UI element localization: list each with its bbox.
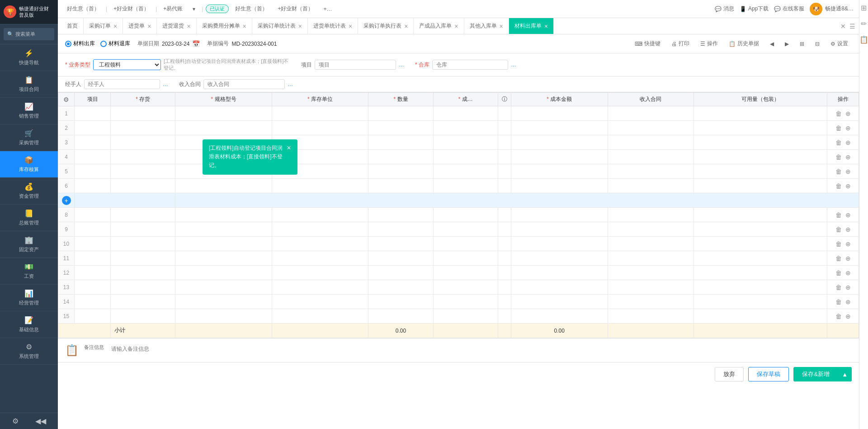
- tab-home[interactable]: 首页: [61, 18, 84, 34]
- save-draft-button[interactable]: 保存草稿: [748, 367, 789, 381]
- sidebar-item-system[interactable]: ⚙ 系统管理: [0, 338, 58, 365]
- copy-row-button[interactable]: ⊕: [844, 254, 852, 263]
- discard-button[interactable]: 放弃: [715, 367, 744, 381]
- row-2-project[interactable]: [75, 121, 111, 135]
- column-settings-button[interactable]: ⚙: [63, 96, 69, 103]
- operations-button[interactable]: ☰ 操作: [697, 38, 722, 49]
- row-1-qty[interactable]: [368, 106, 433, 121]
- row-1-project[interactable]: [75, 106, 111, 121]
- settings-button[interactable]: ⚙ 设置: [827, 38, 852, 49]
- row-1-cost-amount[interactable]: [511, 106, 608, 121]
- delete-row-button[interactable]: 🗑: [835, 268, 843, 277]
- delete-row-button[interactable]: 🗑: [835, 138, 843, 147]
- close-all-button[interactable]: ✕: [840, 23, 846, 30]
- copy-row-1-button[interactable]: ⊕: [844, 109, 852, 118]
- online-support-button[interactable]: 💬 在线客服: [774, 5, 804, 13]
- search-menu-button[interactable]: 🔍 搜索菜单: [4, 28, 54, 40]
- user-menu[interactable]: 🐶 畅捷通8&…: [810, 3, 854, 15]
- row-1-inventory[interactable]: [111, 106, 175, 121]
- copy-row-2-button[interactable]: ⊕: [844, 124, 852, 133]
- copy-row-button[interactable]: ⊕: [844, 181, 852, 191]
- sidebar-item-inventory[interactable]: 📦 库存核算: [0, 151, 58, 178]
- tab-menu-button[interactable]: ☰: [849, 23, 855, 30]
- sidebar-item-sales[interactable]: 📈 销售管理: [0, 98, 58, 124]
- row-2-unit[interactable]: [272, 121, 368, 135]
- save-new-button[interactable]: 保存&新增: [793, 367, 838, 381]
- copy-row-button[interactable]: ⊕: [844, 153, 852, 162]
- tab-close-purchase-stats[interactable]: ×: [298, 23, 302, 30]
- handler-input[interactable]: [84, 79, 160, 89]
- income-contract-more-icon[interactable]: …: [288, 81, 293, 87]
- print-button[interactable]: 🖨 打印: [668, 38, 693, 49]
- copy-row-button[interactable]: ⊕: [844, 268, 852, 277]
- row-2-cost[interactable]: [433, 121, 498, 135]
- business-type-select[interactable]: 工程领料 直接领料: [93, 59, 161, 70]
- delete-row-button[interactable]: 🗑: [835, 210, 843, 219]
- topbar-nav-goodbiz2[interactable]: 好生意（首）: [231, 3, 271, 14]
- grid-view-2-button[interactable]: ⊟: [811, 38, 823, 49]
- tab-other-in[interactable]: 其他入库单 ×: [464, 18, 509, 34]
- delete-row-button[interactable]: 🗑: [835, 254, 843, 263]
- tab-close-material-out[interactable]: ×: [544, 23, 548, 30]
- history-records-button[interactable]: 📋 历史单据: [725, 38, 763, 49]
- delete-row-button[interactable]: 🗑: [835, 153, 843, 162]
- copy-row-button[interactable]: ⊕: [844, 283, 852, 292]
- save-new-arrow-button[interactable]: ▲: [838, 367, 852, 381]
- handler-more-icon[interactable]: …: [163, 81, 168, 87]
- calendar-icon[interactable]: 📅: [192, 40, 200, 48]
- tab-close-purchase-expense[interactable]: ×: [243, 23, 246, 30]
- tab-close-goods-stats[interactable]: ×: [349, 23, 352, 30]
- topbar-nav-good-wealth[interactable]: +好业财（首）: [110, 3, 153, 14]
- tab-purchase-order[interactable]: 采购订单 ×: [84, 18, 123, 34]
- sidebar-item-ledger[interactable]: 📒 总账管理: [0, 205, 58, 231]
- tab-close-goods-return[interactable]: ×: [187, 23, 190, 30]
- row-2-qty[interactable]: [368, 121, 433, 135]
- radio-material-out[interactable]: 材料出库: [65, 40, 95, 48]
- add-row-button[interactable]: +: [62, 196, 71, 205]
- delete-row-button[interactable]: 🗑: [835, 312, 843, 321]
- grid-view-1-button[interactable]: ⊞: [796, 38, 808, 49]
- sidebar-settings-button[interactable]: ⚙: [12, 417, 19, 425]
- delete-row-button[interactable]: 🗑: [835, 225, 843, 234]
- tab-close-purchase-order[interactable]: ×: [113, 23, 117, 30]
- delete-row-button[interactable]: 🗑: [835, 181, 843, 191]
- prev-record-button[interactable]: ◀: [766, 38, 778, 49]
- delete-row-button[interactable]: 🗑: [835, 167, 843, 176]
- tab-product-in[interactable]: 产成品入库单 ×: [414, 18, 464, 34]
- warehouse-more-icon[interactable]: …: [511, 62, 516, 68]
- copy-row-button[interactable]: ⊕: [844, 239, 852, 248]
- sidebar-item-finance[interactable]: 💰 资金管理: [0, 178, 58, 205]
- row-2-cost-amount[interactable]: [511, 121, 608, 135]
- sidebar-search[interactable]: 🔍 搜索菜单: [0, 24, 58, 44]
- sidebar-item-basic[interactable]: 📝 基础信息: [0, 311, 58, 338]
- income-contract-input[interactable]: [203, 79, 285, 89]
- topbar-nav-more[interactable]: ▾: [189, 4, 199, 14]
- right-panel-btn-1[interactable]: ⊞: [859, 2, 868, 14]
- sidebar-item-project[interactable]: 📋 项目合同: [0, 71, 58, 98]
- right-panel-btn-2[interactable]: ✏: [859, 18, 868, 30]
- topbar-nav-good-biz[interactable]: 好生意（首）: [63, 3, 103, 14]
- tab-purchase-expense[interactable]: 采购费用分摊单 ×: [197, 18, 252, 34]
- radio-material-return[interactable]: 材料退库: [100, 40, 130, 48]
- app-download-button[interactable]: 📱 App下载: [740, 5, 769, 13]
- tab-close-product-in[interactable]: ×: [454, 23, 458, 30]
- sidebar-item-purchase[interactable]: 🛒 采购管理: [0, 124, 58, 151]
- delete-row-button[interactable]: 🗑: [835, 297, 843, 306]
- delete-row-2-button[interactable]: 🗑: [835, 124, 843, 133]
- tab-order-execution[interactable]: 采购订单执行表 ×: [358, 18, 414, 34]
- project-more-icon[interactable]: …: [399, 62, 404, 68]
- topbar-nav-more2[interactable]: +…: [320, 4, 335, 14]
- row-2-income-contract[interactable]: [608, 121, 693, 135]
- tab-close-order-execution[interactable]: ×: [404, 23, 408, 30]
- project-input[interactable]: [315, 60, 396, 70]
- delete-row-button[interactable]: 🗑: [835, 239, 843, 248]
- copy-row-button[interactable]: ⊕: [844, 312, 852, 321]
- row-2-inventory[interactable]: [111, 121, 175, 135]
- topbar-nav-goodwealth2[interactable]: +好业财（首）: [274, 3, 317, 14]
- copy-row-button[interactable]: ⊕: [844, 138, 852, 147]
- notes-input[interactable]: [109, 344, 852, 354]
- delete-row-1-button[interactable]: 🗑: [835, 109, 843, 118]
- delete-row-button[interactable]: 🗑: [835, 283, 843, 292]
- warehouse-input[interactable]: [432, 60, 508, 70]
- row-1-unit[interactable]: [272, 106, 368, 121]
